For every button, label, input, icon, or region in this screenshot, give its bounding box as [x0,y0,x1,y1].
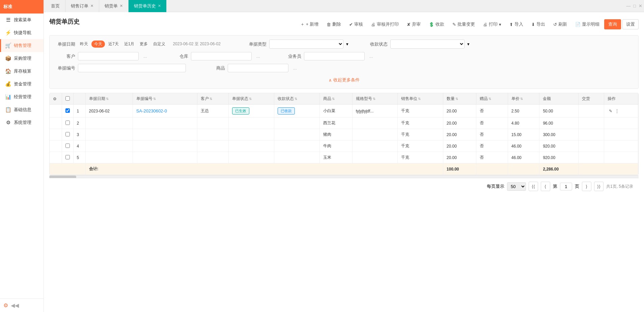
sidebar-item-finance[interactable]: 💰 资金管理 [0,78,44,90]
summary-label [50,163,85,175]
next-page-btn[interactable]: ⟩ [582,182,591,191]
more-action-btn[interactable]: ⋮ [614,108,620,114]
first-page-btn[interactable]: ⟨⟨ [529,182,538,191]
prev-page-btn[interactable]: ⟨ [541,182,550,191]
page-number-input[interactable] [560,183,572,190]
sidebar-collapse-icon[interactable]: ◀◀ [11,302,19,309]
row-checkbox[interactable] [65,121,70,125]
th-payment-status[interactable]: 收款状态⇅ [274,93,320,105]
tab-sales-goods-close[interactable]: ✕ [120,4,123,8]
cell-check[interactable] [62,105,73,118]
sidebar-item-purchase[interactable]: 📦 采购管理 [0,52,44,65]
collect-button[interactable]: 💲 收款 [425,19,448,29]
th-price[interactable]: 单价⇅ [508,93,539,105]
th-unit[interactable]: 销售单位⇅ [398,93,443,105]
th-status[interactable]: 单据状态⇅ [229,93,274,105]
tab-minimize-icon[interactable]: — [626,3,631,8]
tab-sales-history-close[interactable]: ✕ [158,4,161,8]
th-date[interactable]: 单据日期⇅ [85,93,133,105]
sidebar-item-quick-nav[interactable]: ⚡ 快捷导航 [0,26,44,39]
tab-close-icon[interactable]: ✕ [639,3,642,8]
payment-select[interactable] [390,40,465,49]
collect-icon: 💲 [429,22,434,27]
date-shortcut-custom[interactable]: 自定义 [151,41,167,48]
cell-row-no: 4 [73,140,85,152]
sidebar-item-inventory[interactable]: 🏠 库存核算 [0,65,44,78]
th-trade: 交货 [578,93,604,105]
tab-sales-order-close[interactable]: ✕ [90,4,93,8]
cell-date [85,140,133,152]
row-checkbox[interactable] [65,144,70,148]
th-quantity[interactable]: 数量⇅ [443,93,476,105]
horizontal-scrollbar[interactable] [49,175,639,178]
customer-ellipsis[interactable]: ... [141,52,149,60]
th-order-no[interactable]: 单据编号⇅ [133,93,197,105]
row-checkbox[interactable] [65,155,70,159]
settings-button[interactable]: 设置 [622,19,639,29]
salesperson-input[interactable] [304,52,365,60]
th-goods[interactable]: 商品⇅ [319,93,352,105]
goods-ellipsis[interactable]: ... [291,64,299,72]
date-shortcut-1month[interactable]: 近1月 [122,41,137,48]
cell-quantity: 20.00 [443,105,476,118]
th-customer[interactable]: 客户⇅ [197,93,229,105]
delete-button[interactable]: 🗑 删除 [323,19,344,29]
cell-spec [352,129,398,140]
th-check[interactable] [62,93,73,105]
customer-input[interactable] [78,52,139,60]
goods-input[interactable] [228,64,288,72]
cell-check[interactable] [62,152,73,163]
print-button[interactable]: 🖨 打印 ▾ [480,19,505,29]
review-button[interactable]: ✔ 审核 [346,19,366,29]
warehouse-input[interactable] [191,52,252,60]
date-shortcut-today[interactable]: 今天 [91,41,105,48]
tab-maximize-icon[interactable]: □ [633,3,636,8]
cell-customer [197,152,229,163]
cell-gift: 否 [476,105,508,118]
order-no-link[interactable]: SA-20230602-0 [136,108,167,113]
sidebar-item-system[interactable]: ⚙ 系统管理 [0,116,44,129]
cell-check[interactable] [62,118,73,129]
order-no-input[interactable] [78,64,186,72]
sidebar-item-sales[interactable]: 🛒 销售管理 [0,39,44,52]
export-button[interactable]: ⬇ 导出 [528,19,549,29]
refresh-button[interactable]: ↺ 刷新 [550,19,570,29]
row-checkbox[interactable] [65,108,70,113]
cell-check[interactable] [62,140,73,152]
cell-status [229,118,274,129]
tab-home[interactable]: 首页 [46,0,65,12]
page-size-select[interactable]: 50 100 200 [507,182,526,191]
filter-expand-btn[interactable]: ∧ 收起更多条件 [55,76,633,84]
query-button[interactable]: 查询 [604,19,621,29]
batch-change-button[interactable]: ✎ 批量变更 [449,19,478,29]
select-all-checkbox[interactable] [65,96,70,101]
th-spec[interactable]: 规格型号⇅ [352,93,398,105]
review-print-button[interactable]: 🖨 审核并打印 [368,19,402,29]
review-icon: ✔ [349,22,353,27]
tab-sales-history[interactable]: 销货单历史 ✕ [129,0,167,12]
last-page-btn[interactable]: ⟩⟩ [594,182,604,191]
tab-sales-goods[interactable]: 销货单 ✕ [99,0,129,12]
date-shortcut-yesterday[interactable]: 昨天 [78,41,90,48]
th-settings[interactable]: ⚙ [50,93,62,105]
sidebar-item-operation[interactable]: 📊 经营管理 [0,90,44,103]
show-detail-button[interactable]: 📄 显示明细 [572,19,603,29]
sidebar-settings-icon[interactable]: ⚙ [3,302,8,309]
edit-action-btn[interactable]: ✎ [608,108,614,114]
date-shortcut-more[interactable]: 更多 [138,41,150,48]
import-button[interactable]: ⬆ 导入 [506,19,527,29]
cell-quantity: 20.00 [443,152,476,163]
th-gift[interactable]: 赠品⇅ [476,93,508,105]
type-select[interactable] [269,40,343,49]
operation-icon: 📊 [5,94,11,100]
salesperson-ellipsis[interactable]: ... [367,52,375,60]
date-shortcut-7days[interactable]: 近7天 [106,41,121,48]
cell-check[interactable] [62,129,73,140]
abandon-button[interactable]: ✘ 弃审 [403,19,424,29]
sidebar-item-basic[interactable]: 📋 基础信息 [0,103,44,116]
tab-sales-order[interactable]: 销售订单 ✕ [65,0,99,12]
add-button[interactable]: ＋ + 新增 [297,19,322,29]
sidebar-item-search-menu[interactable]: ☰ 搜索菜单 [0,14,44,26]
row-checkbox[interactable] [65,132,70,136]
warehouse-ellipsis[interactable]: ... [254,52,262,60]
